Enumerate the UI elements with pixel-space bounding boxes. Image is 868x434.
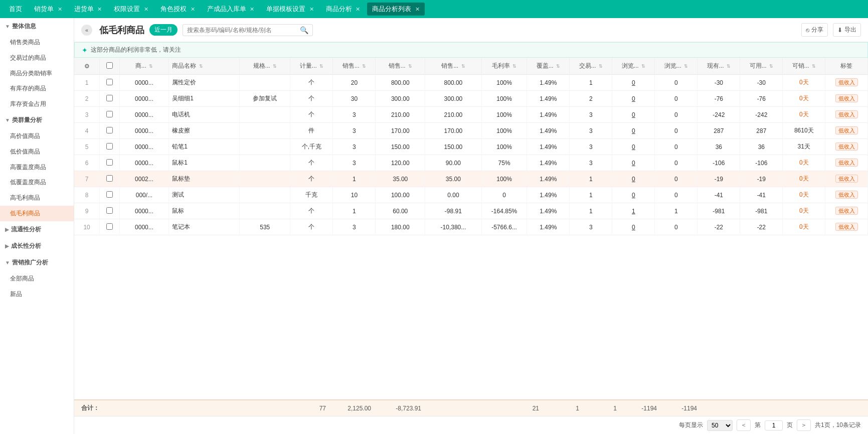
nav-sales-order[interactable]: 销货单 ✕ <box>29 3 67 16</box>
pv1-link[interactable]: 0 <box>632 127 635 134</box>
page-number-input[interactable] <box>765 420 783 430</box>
cell-pv1[interactable]: 0 <box>612 91 655 107</box>
sidebar-item-low-value[interactable]: 低价值商品 <box>0 144 74 160</box>
sidebar-item-new-products[interactable]: 新品 <box>0 286 74 302</box>
nav-product-analysis-list-close[interactable]: ✕ <box>415 6 420 12</box>
cell-checkbox[interactable] <box>100 75 119 91</box>
sidebar-item-inventory-capital[interactable]: 库存资金占用 <box>0 96 74 112</box>
share-button[interactable]: ⎋ 分享 <box>801 23 828 37</box>
th-spec[interactable]: 规格... ⇅ <box>240 58 290 75</box>
pv1-link[interactable]: 0 <box>632 111 635 118</box>
next-page-button[interactable]: ＞ <box>797 419 811 431</box>
row-checkbox[interactable] <box>106 79 113 85</box>
row-checkbox[interactable] <box>106 95 113 101</box>
search-icon[interactable]: 🔍 <box>300 26 308 34</box>
row-checkbox[interactable] <box>106 207 113 214</box>
cell-pv1[interactable]: 0 <box>612 139 655 155</box>
nav-template-settings-close[interactable]: ✕ <box>309 6 314 12</box>
th-gross-rate[interactable]: 毛利率 ⇅ <box>481 58 527 75</box>
cell-checkbox[interactable] <box>100 171 119 187</box>
sidebar-item-sales-products[interactable]: 销售类商品 <box>0 35 74 50</box>
sidebar-item-high-coverage[interactable]: 高覆盖度商品 <box>0 160 74 175</box>
sidebar-section-growth[interactable]: ▶ 成长性分析 <box>0 238 74 254</box>
table-container[interactable]: ⚙ 商... ⇅ 商品名称 ⇅ 规格... ⇅ 计量... ⇅ 销售... ⇅ … <box>74 58 868 399</box>
cell-checkbox[interactable] <box>100 107 119 123</box>
cell-pv1[interactable]: 0 <box>612 187 655 203</box>
search-input[interactable] <box>187 27 298 34</box>
pv1-link[interactable]: 0 <box>632 143 635 151</box>
row-checkbox[interactable] <box>106 127 113 133</box>
th-settings[interactable]: ⚙ <box>74 58 100 75</box>
pv1-link[interactable]: 0 <box>632 192 635 199</box>
sidebar-section-cluster[interactable]: ▼ 类群量分析 <box>0 112 74 128</box>
cell-pv1[interactable]: 0 <box>612 107 655 123</box>
sidebar-item-high-value[interactable]: 高价值商品 <box>0 128 74 144</box>
row-checkbox[interactable] <box>106 143 113 150</box>
row-checkbox[interactable] <box>106 191 113 198</box>
cell-pv1[interactable]: 0 <box>612 171 655 187</box>
th-code[interactable]: 商... ⇅ <box>119 58 169 75</box>
nav-product-analysis-close[interactable]: ✕ <box>356 6 360 12</box>
nav-template-settings[interactable]: 单据模板设置 ✕ <box>261 3 319 16</box>
page-size-select[interactable]: 50 20 100 <box>707 420 733 431</box>
cell-checkbox[interactable] <box>100 91 119 107</box>
th-checkbox[interactable] <box>100 58 119 75</box>
nav-product-analysis-list[interactable]: 商品分析列表 ✕ <box>367 3 425 16</box>
pv1-link[interactable]: 0 <box>632 79 635 86</box>
th-pv2[interactable]: 浏览... ⇅ <box>655 58 698 75</box>
nav-purchase-order[interactable]: 进货单 ✕ <box>69 3 107 16</box>
cell-checkbox[interactable] <box>100 155 119 171</box>
pv1-link[interactable]: 0 <box>632 160 635 167</box>
th-sales-val[interactable]: 销售... ⇅ <box>425 58 482 75</box>
cell-checkbox[interactable] <box>100 139 119 155</box>
nav-home[interactable]: 首页 <box>4 3 27 16</box>
sidebar-item-low-coverage[interactable]: 低覆盖度商品 <box>0 175 74 190</box>
cell-checkbox[interactable] <box>100 219 119 235</box>
cell-pv1[interactable]: 0 <box>612 219 655 235</box>
pv1-link[interactable]: 0 <box>632 224 635 231</box>
th-tx[interactable]: 交易... ⇅ <box>570 58 612 75</box>
nav-role-auth[interactable]: 角色授权 ✕ <box>155 3 200 16</box>
sidebar-section-overall[interactable]: ▼ 整体信息 <box>0 18 74 35</box>
nav-sales-order-close[interactable]: ✕ <box>58 6 62 12</box>
th-name[interactable]: 商品名称 ⇅ <box>169 58 240 75</box>
nav-permissions[interactable]: 权限设置 ✕ <box>109 3 153 16</box>
sidebar-collapse-button[interactable]: « <box>81 25 92 36</box>
th-pv1[interactable]: 浏览... ⇅ <box>612 58 655 75</box>
th-coverage[interactable]: 覆盖... ⇅ <box>527 58 570 75</box>
cell-pv1[interactable]: 0 <box>612 75 655 91</box>
pv1-link[interactable]: 1 <box>632 208 635 215</box>
th-sellable[interactable]: 可销... ⇅ <box>783 58 825 75</box>
cell-pv1[interactable]: 0 <box>612 123 655 139</box>
cell-pv1[interactable]: 1 <box>612 203 655 219</box>
cell-checkbox[interactable] <box>100 123 119 139</box>
export-button[interactable]: ⬇ 导出 <box>833 23 861 37</box>
nav-product-inbound-close[interactable]: ✕ <box>250 6 254 12</box>
th-stock[interactable]: 现有... ⇅ <box>698 58 740 75</box>
sidebar-item-high-gross[interactable]: 高毛利商品 <box>0 190 74 206</box>
sidebar-item-low-gross[interactable]: 低毛利商品 <box>0 206 74 221</box>
sidebar-section-liquidity[interactable]: ▶ 流通性分析 <box>0 221 74 238</box>
sidebar-item-category-sales-rate[interactable]: 商品分类助销率 <box>0 66 74 81</box>
nav-permissions-close[interactable]: ✕ <box>144 6 148 12</box>
nav-product-inbound[interactable]: 产成品入库单 ✕ <box>202 3 260 16</box>
nav-product-analysis[interactable]: 商品分析 ✕ <box>321 3 366 16</box>
sidebar-item-stocked-products[interactable]: 有库存的商品 <box>0 81 74 96</box>
th-unit[interactable]: 计量... ⇅ <box>290 58 333 75</box>
nav-role-auth-close[interactable]: ✕ <box>191 6 195 12</box>
prev-page-button[interactable]: ＜ <box>737 419 751 431</box>
pv1-link[interactable]: 0 <box>632 95 635 102</box>
th-qty[interactable]: 销售... ⇅ <box>333 58 376 75</box>
sidebar-item-all-products[interactable]: 全部商品 <box>0 271 74 286</box>
nav-purchase-order-close[interactable]: ✕ <box>97 6 102 12</box>
cell-checkbox[interactable] <box>100 187 119 203</box>
select-all-checkbox[interactable] <box>106 62 113 69</box>
row-checkbox[interactable] <box>106 175 113 182</box>
th-price[interactable]: 销售... ⇅ <box>376 58 425 75</box>
row-checkbox[interactable] <box>106 159 113 166</box>
row-checkbox[interactable] <box>106 111 113 117</box>
cell-pv1[interactable]: 0 <box>612 155 655 171</box>
sidebar-item-traded-products[interactable]: 交易过的商品 <box>0 50 74 66</box>
pv1-link[interactable]: 0 <box>632 176 635 183</box>
row-checkbox[interactable] <box>106 223 113 230</box>
